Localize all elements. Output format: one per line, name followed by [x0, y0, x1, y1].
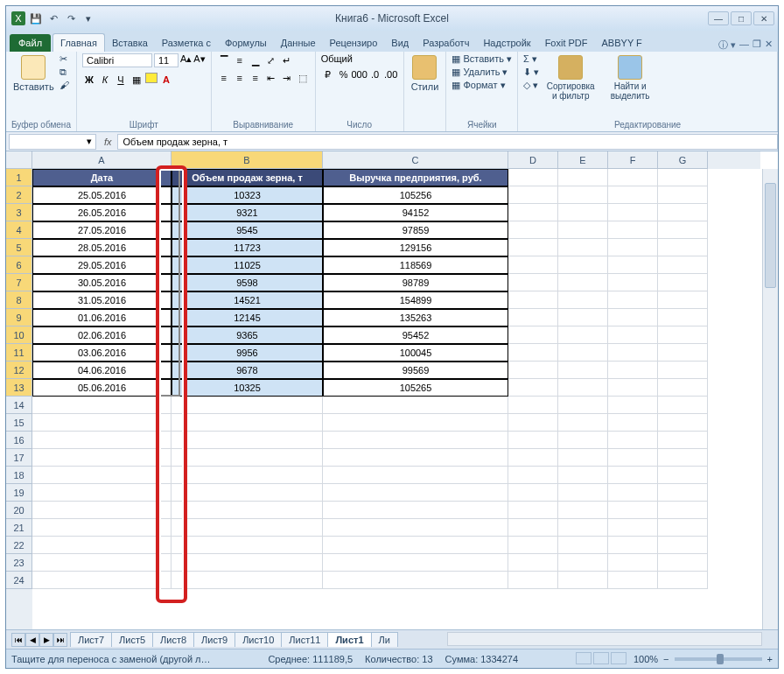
col-header-F[interactable]: F	[608, 151, 658, 169]
row-header-16[interactable]: 16	[6, 432, 32, 449]
cell-A10[interactable]: 02.06.2016	[32, 326, 172, 344]
cell-E6[interactable]	[558, 256, 608, 274]
cell-F7[interactable]	[608, 274, 658, 291]
scroll-thumb[interactable]	[765, 183, 776, 288]
cell-D16[interactable]	[508, 432, 558, 449]
row-header-7[interactable]: 7	[6, 274, 32, 291]
help-icon[interactable]: ⓘ ▾	[718, 39, 736, 52]
shrink-font-icon[interactable]: A▾	[193, 53, 205, 67]
row-header-3[interactable]: 3	[6, 204, 32, 221]
autosum-icon[interactable]: Σ ▾	[523, 53, 539, 65]
doc-restore-icon[interactable]: ❐	[752, 39, 761, 52]
undo-icon[interactable]: ↶	[46, 11, 60, 25]
zoom-out-icon[interactable]: −	[663, 654, 668, 664]
cell-A13[interactable]: 05.06.2016	[32, 379, 172, 397]
cell-C23[interactable]	[323, 554, 508, 572]
border-button[interactable]: ▦	[130, 73, 144, 87]
cell-B22[interactable]	[172, 537, 323, 554]
view-buttons[interactable]	[576, 652, 628, 666]
align-mid-icon[interactable]: ≡	[233, 53, 247, 67]
cell-E20[interactable]	[558, 502, 608, 519]
cell-C24[interactable]	[323, 572, 508, 589]
tab-file[interactable]: Файл	[10, 34, 51, 52]
indent-inc-icon[interactable]: ⇥	[280, 71, 294, 85]
cell-F16[interactable]	[608, 432, 658, 449]
cell-D22[interactable]	[508, 537, 558, 554]
cell-D23[interactable]	[508, 554, 558, 572]
cell-G12[interactable]	[658, 362, 708, 379]
row-header-18[interactable]: 18	[6, 467, 32, 484]
cell-F5[interactable]	[608, 239, 658, 256]
spreadsheet-grid[interactable]: ABCDEFG 12345678910111213141516171819202…	[6, 151, 778, 649]
cell-D20[interactable]	[508, 502, 558, 519]
cell-E2[interactable]	[558, 186, 608, 204]
cell-C5[interactable]: 129156	[323, 239, 508, 256]
sheet-tab-Лист11[interactable]: Лист11	[281, 632, 328, 647]
align-center-icon[interactable]: ≡	[233, 71, 247, 85]
cell-A24[interactable]	[32, 572, 172, 589]
cell-E15[interactable]	[558, 414, 608, 432]
cell-C11[interactable]: 100045	[323, 344, 508, 362]
cell-A11[interactable]: 03.06.2016	[32, 344, 172, 362]
cell-G22[interactable]	[658, 537, 708, 554]
indent-dec-icon[interactable]: ⇤	[264, 71, 278, 85]
zoom-in-icon[interactable]: +	[767, 654, 773, 664]
doc-close-icon[interactable]: ✕	[765, 39, 773, 52]
col-header-D[interactable]: D	[508, 151, 558, 169]
cell-A12[interactable]: 04.06.2016	[32, 362, 172, 379]
align-bot-icon[interactable]: ▁	[248, 53, 262, 67]
horizontal-scrollbar[interactable]	[447, 632, 762, 646]
font-color-button[interactable]: A	[159, 73, 173, 87]
row-header-22[interactable]: 22	[6, 537, 32, 554]
cell-B18[interactable]	[172, 467, 323, 484]
cell-E7[interactable]	[558, 274, 608, 291]
cell-E19[interactable]	[558, 484, 608, 502]
cell-D3[interactable]	[508, 204, 558, 221]
tab-foxit[interactable]: Foxit PDF	[538, 34, 595, 52]
cell-E8[interactable]	[558, 291, 608, 309]
cell-G11[interactable]	[658, 344, 708, 362]
cell-A23[interactable]	[32, 554, 172, 572]
sheet-tab-Лист1[interactable]: Лист1	[327, 632, 371, 647]
row-header-13[interactable]: 13	[6, 379, 32, 397]
merge-icon[interactable]: ⬚	[296, 71, 310, 85]
cell-F6[interactable]	[608, 256, 658, 274]
cell-F23[interactable]	[608, 554, 658, 572]
cell-F21[interactable]	[608, 519, 658, 537]
cell-A18[interactable]	[32, 467, 172, 484]
cell-A9[interactable]: 01.06.2016	[32, 309, 172, 326]
cell-B21[interactable]	[172, 519, 323, 537]
formula-input[interactable]: Объем продаж зерна, т	[117, 134, 778, 150]
cell-B2[interactable]: 10323	[172, 186, 323, 204]
cell-B16[interactable]	[172, 432, 323, 449]
cell-G10[interactable]	[658, 326, 708, 344]
cell-B23[interactable]	[172, 554, 323, 572]
cell-G7[interactable]	[658, 274, 708, 291]
cell-G2[interactable]	[658, 186, 708, 204]
cell-C15[interactable]	[323, 414, 508, 432]
cell-F8[interactable]	[608, 291, 658, 309]
fill-icon[interactable]: ⬇ ▾	[523, 67, 539, 78]
cell-D24[interactable]	[508, 572, 558, 589]
cell-G6[interactable]	[658, 256, 708, 274]
dec-dec-icon[interactable]: .00	[384, 67, 398, 81]
cell-B11[interactable]: 9956	[172, 344, 323, 362]
cell-B10[interactable]: 9365	[172, 326, 323, 344]
row-header-17[interactable]: 17	[6, 449, 32, 467]
paste-button[interactable]: Вставить	[11, 53, 56, 94]
cell-G13[interactable]	[658, 379, 708, 397]
cell-B6[interactable]: 11025	[172, 256, 323, 274]
cell-G15[interactable]	[658, 414, 708, 432]
cell-G16[interactable]	[658, 432, 708, 449]
cell-B7[interactable]: 9598	[172, 274, 323, 291]
row-header-14[interactable]: 14	[6, 397, 32, 414]
cell-A3[interactable]: 26.05.2016	[32, 204, 172, 221]
row-header-11[interactable]: 11	[6, 344, 32, 362]
cell-D12[interactable]	[508, 362, 558, 379]
cell-B8[interactable]: 14521	[172, 291, 323, 309]
number-format-select[interactable]: Общий	[321, 53, 382, 64]
row-header-10[interactable]: 10	[6, 326, 32, 344]
cell-C20[interactable]	[323, 502, 508, 519]
cell-F1[interactable]	[608, 169, 658, 186]
cell-A21[interactable]	[32, 519, 172, 537]
